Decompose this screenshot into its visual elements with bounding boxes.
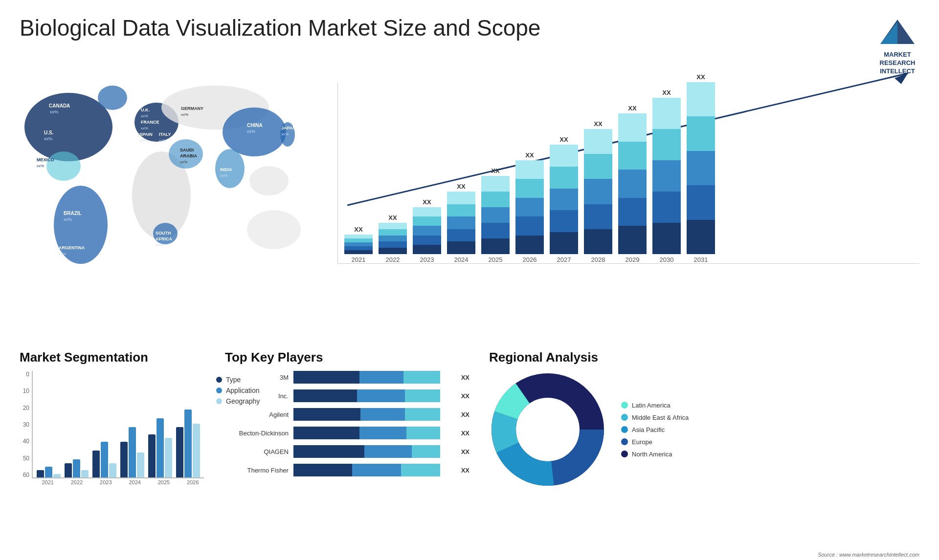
svg-text:xx%: xx%	[59, 252, 66, 256]
svg-text:ARGENTINA: ARGENTINA	[59, 245, 85, 250]
svg-text:xx%: xx%	[141, 114, 148, 118]
legend-asia-pacific: Asia Pacific	[621, 426, 689, 433]
svg-text:FRANCE: FRANCE	[141, 120, 159, 125]
svg-text:xx%: xx%	[141, 126, 148, 130]
player-row: Thermo FisherXX	[225, 464, 470, 476]
svg-text:xx%: xx%	[64, 217, 72, 222]
svg-text:ITALY: ITALY	[159, 132, 171, 137]
svg-point-3	[98, 86, 127, 110]
svg-text:GERMANY: GERMANY	[181, 106, 203, 111]
player-row: Inc.XX	[225, 389, 470, 402]
player-row: Becton-DickinsonXX	[225, 427, 470, 439]
seg-bar-area	[32, 371, 204, 478]
players-list: 3MXXInc.XXAgilentXXBecton-DickinsonXXQIA…	[225, 371, 470, 476]
regional-section: Regional Analysis Latin America	[489, 350, 919, 545]
svg-text:JAPAN: JAPAN	[281, 126, 296, 130]
segmentation-section: Market Segmentation 6050403020100 Type	[20, 350, 205, 545]
svg-text:SOUTH: SOUTH	[156, 231, 171, 236]
player-row: AgilentXX	[225, 408, 470, 421]
asia-pacific-dot	[621, 426, 628, 433]
app-dot	[216, 388, 222, 393]
svg-text:xx%: xx%	[37, 164, 44, 168]
svg-text:U.K.: U.K.	[141, 108, 150, 112]
svg-text:CANADA: CANADA	[49, 103, 70, 108]
player-row: QIAGENXX	[225, 445, 470, 458]
legend-north-america: North America	[621, 451, 689, 458]
seg-y-axis: 6050403020100	[20, 371, 32, 478]
player-row: 3MXX	[225, 371, 470, 384]
main-bar-chart: XX2021XX2022XX2023XX2024XX2025XX2026XX20…	[323, 59, 919, 313]
svg-text:xx%: xx%	[139, 138, 147, 143]
svg-text:U.S.: U.S.	[44, 130, 54, 135]
middle-east-dot	[621, 414, 628, 421]
svg-text:xx%: xx%	[281, 132, 289, 136]
legend-europe: Europe	[621, 438, 689, 446]
svg-text:MEXICO: MEXICO	[37, 157, 54, 162]
bottom-sections: Market Segmentation 6050403020100 Type	[0, 350, 939, 545]
svg-text:xx%: xx%	[156, 243, 163, 247]
svg-text:xx%: xx%	[220, 173, 227, 178]
svg-point-55	[517, 399, 578, 460]
world-map: CANADA xx% U.S. xx% MEXICO xx% BRAZIL xx…	[10, 59, 318, 303]
geo-dot	[216, 398, 222, 404]
logo-icon	[875, 15, 919, 49]
svg-text:CHINA: CHINA	[247, 123, 263, 128]
key-players-section: Top Key Players 3MXXInc.XXAgilentXXBecto…	[225, 350, 470, 545]
svg-text:xx%: xx%	[181, 112, 188, 117]
svg-text:BRAZIL: BRAZIL	[64, 211, 82, 216]
svg-text:ARABIA: ARABIA	[180, 153, 197, 158]
page-title: Biological Data Visualization Market Siz…	[20, 15, 540, 42]
type-dot	[216, 377, 222, 383]
north-america-dot	[621, 451, 628, 457]
main-bar-area: XX2021XX2022XX2023XX2024XX2025XX2026XX20…	[337, 83, 919, 264]
svg-text:xx%: xx%	[50, 109, 58, 114]
europe-dot	[621, 438, 628, 445]
svg-text:xx%: xx%	[247, 129, 255, 134]
segmentation-title: Market Segmentation	[20, 350, 205, 365]
svg-text:xx%: xx%	[159, 138, 166, 143]
key-players-title: Top Key Players	[225, 350, 470, 365]
svg-text:xx%: xx%	[180, 160, 187, 164]
regional-legend: Latin America Middle East & Africa Asia …	[621, 402, 689, 458]
legend-latin-america: Latin America	[621, 402, 689, 409]
svg-marker-1	[880, 22, 897, 44]
legend-middle-east: Middle East & Africa	[621, 414, 689, 421]
svg-point-4	[46, 151, 81, 181]
svg-point-15	[247, 210, 301, 249]
regional-title: Regional Analysis	[489, 350, 919, 365]
svg-text:AFRICA: AFRICA	[156, 237, 172, 241]
donut-chart	[489, 371, 606, 488]
svg-point-13	[249, 166, 289, 195]
latin-america-dot	[621, 402, 628, 409]
svg-text:SAUDI: SAUDI	[180, 148, 194, 152]
svg-text:INDIA: INDIA	[220, 167, 232, 172]
regional-content: Latin America Middle East & Africa Asia …	[489, 371, 919, 488]
svg-text:SPAIN: SPAIN	[139, 132, 153, 137]
svg-text:xx%: xx%	[44, 136, 52, 141]
source-text: Source : www.marketresearchintellect.com	[818, 552, 919, 558]
